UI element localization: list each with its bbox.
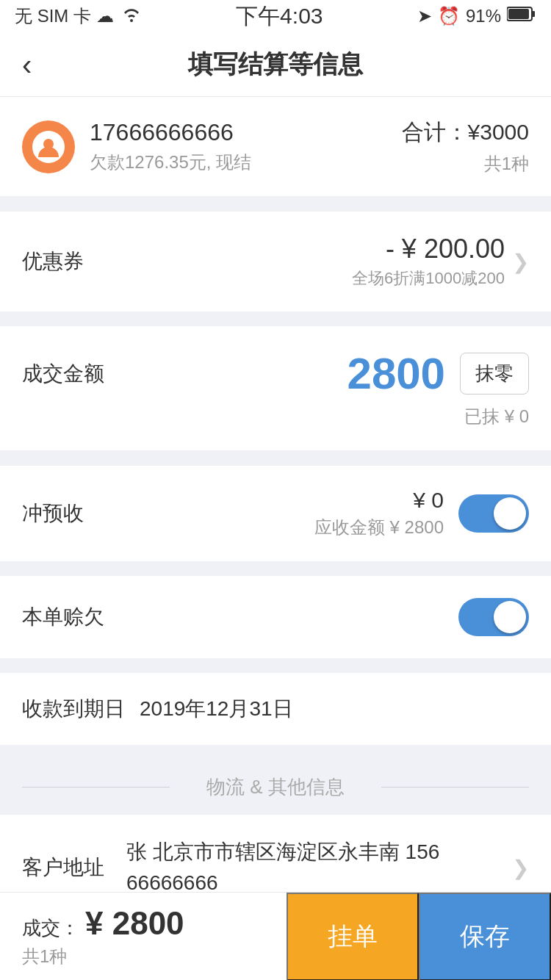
status-bar: 无 SIM 卡 ☁ 下午4:03 ➤ ⏰ 91% xyxy=(0,0,551,32)
battery-percent: 91% xyxy=(466,6,501,26)
debit-toggle-knob xyxy=(494,601,526,633)
total-label: 合计： xyxy=(402,120,468,144)
customer-debt: 欠款1276.35元, 现结 xyxy=(90,151,402,174)
divider-line-left xyxy=(22,787,170,788)
coupon-amount: - ¥ 200.00 xyxy=(386,234,505,264)
transaction-amount: 2800 xyxy=(347,348,445,399)
customer-section: 17666666666 欠款1276.35元, 现结 合计：¥3000 共1种 xyxy=(0,97,551,196)
nav-title: 填写结算等信息 xyxy=(188,48,363,82)
location-icon: ➤ xyxy=(417,6,432,26)
transaction-label: 成交金额 xyxy=(22,360,104,388)
divider-line-right xyxy=(381,787,529,788)
due-date-value: 2019年12月31日 xyxy=(140,695,293,723)
debit-label: 本单赊欠 xyxy=(22,603,104,631)
customer-info: 17666666666 欠款1276.35元, 现结 xyxy=(75,119,402,174)
address-value: 张 北京市市辖区海淀区永丰南 156 66666666 xyxy=(126,837,505,898)
bottom-deal-label: 成交： xyxy=(22,915,79,941)
due-date-label: 收款到期日 xyxy=(22,695,125,723)
coupon-label: 优惠券 xyxy=(22,248,84,275)
transaction-row: 成交金额 2800 抹零 xyxy=(22,348,529,399)
transaction-amount-group: 2800 抹零 xyxy=(347,348,529,399)
customer-phone: 17666666666 xyxy=(90,119,402,146)
divider-text: 物流 & 其他信息 xyxy=(206,774,345,800)
transaction-sub: 已抹 ¥ 0 xyxy=(22,405,529,428)
round-button[interactable]: 抹零 xyxy=(460,353,529,394)
status-time: 下午4:03 xyxy=(236,1,323,32)
total-count: 共1种 xyxy=(402,152,529,176)
address-label: 客户地址 xyxy=(22,854,104,882)
bottom-amount: ¥ 2800 xyxy=(85,905,184,942)
nav-bar: ‹ 填写结算等信息 xyxy=(0,32,551,97)
prepay-sub: 应收金额 ¥ 2800 xyxy=(314,516,444,539)
save-button[interactable]: 保存 xyxy=(419,893,551,981)
prepay-toggle[interactable] xyxy=(458,494,529,533)
status-left: 无 SIM 卡 ☁ xyxy=(15,4,142,28)
coupon-row[interactable]: 优惠券 - ¥ 200.00 全场6折满1000减200 ❯ xyxy=(0,211,551,311)
prepay-label: 冲预收 xyxy=(22,500,84,527)
debit-toggle[interactable] xyxy=(458,598,529,636)
sim-label: 无 SIM 卡 ☁ xyxy=(15,4,114,28)
debit-section: 本单赊欠 xyxy=(0,576,551,658)
wifi-icon xyxy=(121,6,142,26)
svg-rect-1 xyxy=(532,11,535,17)
svg-rect-2 xyxy=(508,9,529,19)
alarm-icon: ⏰ xyxy=(438,6,460,26)
back-button[interactable]: ‹ xyxy=(22,50,32,79)
status-right: ➤ ⏰ 91% xyxy=(417,6,536,26)
hang-button[interactable]: 挂单 xyxy=(287,893,419,981)
toggle-knob xyxy=(494,497,526,530)
coupon-right: - ¥ 200.00 全场6折满1000减200 xyxy=(84,234,505,289)
coupon-desc: 全场6折满1000减200 xyxy=(352,267,505,289)
due-date-section: 收款到期日 2019年12月31日 xyxy=(0,673,551,745)
customer-total: 合计：¥3000 共1种 xyxy=(402,118,529,176)
bottom-info: 成交： ¥ 2800 共1种 xyxy=(0,905,287,968)
total-value: ¥3000 xyxy=(468,120,529,144)
prepay-right: ¥ 0 应收金额 ¥ 2800 xyxy=(84,488,444,539)
address-chevron-icon: ❯ xyxy=(512,856,529,880)
bottom-count: 共1种 xyxy=(22,945,264,968)
total-amount: 合计：¥3000 xyxy=(402,118,529,148)
transaction-section: 成交金额 2800 抹零 已抹 ¥ 0 xyxy=(0,326,551,450)
bottom-bar: 成交： ¥ 2800 共1种 挂单 保存 xyxy=(0,892,551,980)
avatar xyxy=(22,120,75,173)
prepay-row: 冲预收 ¥ 0 应收金额 ¥ 2800 xyxy=(0,465,551,561)
battery-icon xyxy=(507,6,536,26)
avatar-icon xyxy=(32,131,65,163)
coupon-chevron-icon: ❯ xyxy=(512,250,529,274)
prepay-amount: ¥ 0 xyxy=(413,488,444,513)
divider-section: 物流 & 其他信息 xyxy=(0,760,551,815)
